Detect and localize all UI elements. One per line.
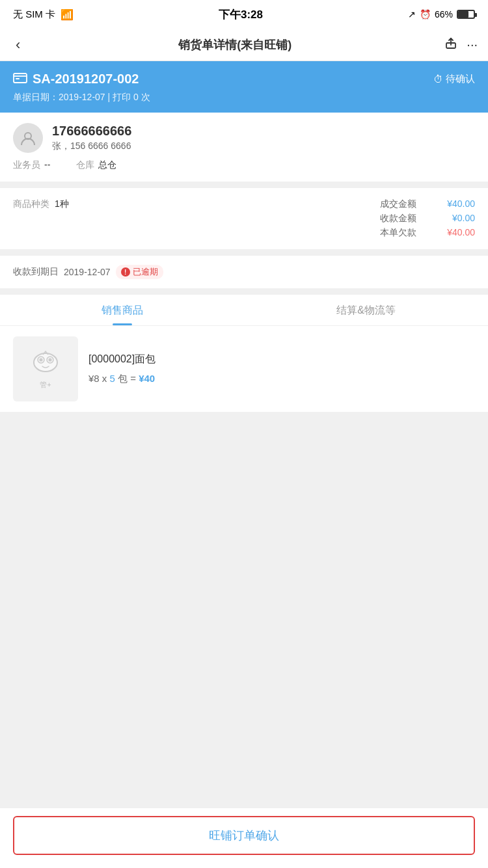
share-button[interactable] bbox=[444, 36, 457, 53]
sales-value: -- bbox=[44, 159, 50, 171]
brand-label: 管+ bbox=[40, 380, 51, 390]
customer-meta: 业务员 -- 仓库 总仓 bbox=[13, 159, 475, 171]
bottom-bar: 旺铺订单确认 bbox=[0, 807, 488, 868]
tabs-row: 销售商品 结算&物流等 bbox=[0, 295, 488, 326]
product-qty: 5 bbox=[110, 373, 115, 384]
received-label: 收款金额 bbox=[380, 213, 416, 224]
order-status: ⏱ 待确认 bbox=[433, 73, 475, 85]
product-item: 管+ [0000002]面包 ¥8 x 5 包 = ¥40 bbox=[0, 326, 488, 412]
due-date: 2019-12-07 bbox=[64, 267, 111, 277]
summary-card: 商品种类 1种 成交金额 ¥40.00 收款金额 ¥0.00 本单欠款 ¥40.… bbox=[0, 188, 488, 249]
svg-point-9 bbox=[49, 359, 52, 362]
avatar bbox=[13, 123, 43, 153]
amounts: 成交金额 ¥40.00 收款金额 ¥0.00 本单欠款 ¥40.00 bbox=[380, 198, 475, 239]
more-button[interactable]: ··· bbox=[467, 37, 478, 52]
product-owl-icon bbox=[29, 348, 62, 379]
nav-bar: ‹ 销货单详情(来自旺铺) ··· bbox=[0, 29, 488, 61]
order-id: SA-20191207-002 bbox=[13, 72, 139, 87]
customer-card: 17666666666 张，156 6666 6666 业务员 -- 仓库 总仓 bbox=[0, 113, 488, 182]
clock-icon: ⏱ bbox=[433, 74, 443, 85]
status-bar: 无 SIM 卡 📶 下午3:28 ↗ ⏰ 66% bbox=[0, 0, 488, 29]
warehouse-value: 总仓 bbox=[98, 159, 116, 171]
back-button[interactable]: ‹ bbox=[10, 34, 25, 56]
product-name: [0000002]面包 bbox=[88, 353, 475, 366]
product-price: ¥8 x 5 包 = ¥40 bbox=[88, 373, 475, 385]
empty-content-area bbox=[0, 418, 488, 549]
alarm-icon: ⏰ bbox=[420, 9, 431, 20]
battery-icon bbox=[457, 10, 475, 19]
confirm-order-button[interactable]: 旺铺订单确认 bbox=[13, 816, 475, 855]
svg-point-5 bbox=[34, 353, 57, 372]
product-type: 商品种类 1种 bbox=[13, 198, 69, 210]
tab-sales[interactable]: 销售商品 bbox=[0, 295, 244, 325]
customer-sub: 张，156 6666 6666 bbox=[52, 141, 131, 152]
order-date: 单据日期：2019-12-07 | 打印 0 次 bbox=[13, 92, 475, 103]
received-value: ¥0.00 bbox=[429, 213, 475, 224]
tabs-card: 销售商品 结算&物流等 管+ bbox=[0, 295, 488, 412]
deal-amount-label: 成交金额 bbox=[380, 198, 416, 210]
tab-settlement[interactable]: 结算&物流等 bbox=[244, 295, 488, 325]
customer-phone: 17666666666 bbox=[52, 124, 131, 139]
owed-value: ¥40.00 bbox=[429, 227, 475, 239]
svg-point-8 bbox=[40, 359, 43, 362]
sales-label: 业务员 bbox=[13, 159, 40, 171]
status-left: 无 SIM 卡 📶 bbox=[13, 8, 74, 21]
status-right: ↗ ⏰ 66% bbox=[408, 9, 475, 20]
order-icon bbox=[13, 72, 27, 87]
no-sim-label: 无 SIM 卡 bbox=[13, 8, 55, 21]
page-title: 销货单详情(来自旺铺) bbox=[178, 37, 291, 53]
owed-label: 本单欠款 bbox=[380, 227, 416, 239]
warehouse-label: 仓库 bbox=[76, 159, 94, 171]
location-icon: ↗ bbox=[408, 9, 416, 20]
svg-rect-3 bbox=[16, 78, 20, 79]
overdue-text: 已逾期 bbox=[133, 266, 158, 278]
order-header: SA-20191207-002 ⏱ 待确认 单据日期：2019-12-07 | … bbox=[0, 61, 488, 113]
svg-rect-2 bbox=[14, 74, 27, 83]
status-time: 下午3:28 bbox=[219, 7, 263, 22]
product-total: ¥40 bbox=[139, 373, 155, 384]
due-label: 收款到期日 bbox=[13, 266, 59, 278]
wifi-icon: 📶 bbox=[61, 8, 74, 21]
battery-label: 66% bbox=[435, 9, 453, 20]
deal-amount-value: ¥40.00 bbox=[429, 198, 475, 210]
due-date-row: 收款到期日 2019-12-07 ! 已逾期 bbox=[0, 256, 488, 288]
product-info: [0000002]面包 ¥8 x 5 包 = ¥40 bbox=[88, 353, 475, 385]
product-thumbnail: 管+ bbox=[13, 336, 78, 401]
nav-actions: ··· bbox=[444, 36, 478, 53]
overdue-badge: ! 已逾期 bbox=[116, 265, 163, 279]
overdue-dot-icon: ! bbox=[121, 267, 130, 277]
